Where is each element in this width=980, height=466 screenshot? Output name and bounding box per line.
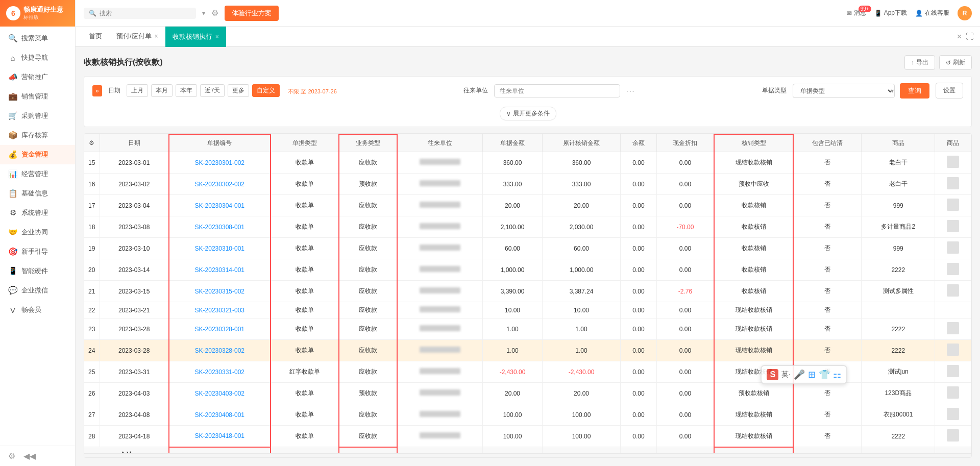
footer-cumulative xyxy=(542,447,620,454)
guide-icon: 🎯 xyxy=(8,247,17,256)
sidebar-item-enterprise-coop[interactable]: 🤝 企业协同 xyxy=(0,223,75,242)
export-label: 导出 xyxy=(916,58,928,67)
purchase-icon: 🛒 xyxy=(8,111,17,120)
order-type-select[interactable]: 单据类型 xyxy=(793,84,895,98)
page-title: 收款核销执行(按收款) xyxy=(84,57,163,68)
table-row: 232023-03-28SK-20230328-001收款单应收款1.001.0… xyxy=(84,318,971,340)
sidebar-item-member[interactable]: V 畅会员 xyxy=(0,300,75,320)
sidebar-settings-icon[interactable]: ⚙ xyxy=(8,451,15,461)
topbar-gear-icon[interactable]: ⚙ xyxy=(211,8,218,18)
user-avatar[interactable]: R xyxy=(958,6,972,20)
sidebar-item-inventory[interactable]: 📦 库存核算 xyxy=(0,126,75,145)
sidebar-item-purchase[interactable]: 🛒 采购管理 xyxy=(0,106,75,126)
last-month-btn[interactable]: 上月 xyxy=(127,84,148,97)
home-icon: ⌂ xyxy=(8,53,17,62)
footer-include-cleared xyxy=(793,447,862,454)
table-row: 282023-04-18SK-20230418-001收款单应收款100.001… xyxy=(84,426,971,447)
sidebar-collapse-icon[interactable]: ◀◀ xyxy=(23,451,36,461)
main-area: 🔍 ▾ ⚙ 体验行业方案 ✉ 消息 99+ 📱 App下载 👤 在线客服 R xyxy=(76,0,980,466)
sidebar-item-quick-nav[interactable]: ⌂ 快捷导航 xyxy=(0,48,75,67)
search-input[interactable] xyxy=(100,10,171,17)
table-row: 212023-03-15SK-20230315-002收款单应收款3,390.0… xyxy=(84,281,971,302)
tab-receipt-verify[interactable]: 收款核销执行 × xyxy=(165,27,226,47)
data-table-container: ⚙ 日期 单据编号 单据类型 业务类型 往来单位 单据金额 累计核销金额 余额 … xyxy=(84,133,972,458)
table-row: 252023-03-31SK-20230331-002红字收款单应收款-2,43… xyxy=(84,361,971,383)
search-chevron-icon[interactable]: ▾ xyxy=(202,10,205,17)
expand-conditions-button[interactable]: ∨ 展开更多条件 xyxy=(500,107,556,120)
operations-icon: 📊 xyxy=(8,169,17,179)
tab-home[interactable]: 首页 xyxy=(82,27,109,47)
app-download-button[interactable]: 📱 App下载 xyxy=(874,9,907,17)
footer-product2 xyxy=(935,447,971,454)
setting-button[interactable]: 设置 xyxy=(936,83,963,99)
custom-btn[interactable]: 自定义 xyxy=(252,84,280,97)
sidebar-item-label: 企业协同 xyxy=(21,228,48,237)
sidebar-item-marketing[interactable]: 📣 营销推广 xyxy=(0,67,75,87)
sidebar-item-system[interactable]: ⚙ 系统管理 xyxy=(0,203,75,223)
footer-label: 合计 xyxy=(84,447,169,454)
app-label: App下载 xyxy=(884,9,907,17)
sidebar-item-guide[interactable]: 🎯 新手引导 xyxy=(0,242,75,261)
td-product-thumbnail xyxy=(935,302,971,318)
message-badge: 99+ xyxy=(859,6,871,12)
partner-filter-label: 往来单位 xyxy=(463,86,488,95)
more-btn[interactable]: 更多 xyxy=(228,84,249,97)
th-settings[interactable]: ⚙ xyxy=(84,134,100,152)
sidebar-item-capital[interactable]: 💰 资金管理 xyxy=(0,145,75,164)
partner-input[interactable] xyxy=(494,84,620,97)
sidebar-item-search-menu[interactable]: 🔍 搜索菜单 xyxy=(0,29,75,48)
tab-receipt-close-icon[interactable]: × xyxy=(215,27,219,47)
query-button[interactable]: 查询 xyxy=(900,83,929,99)
tabs-fullscreen-button[interactable]: ⛶ xyxy=(966,32,974,41)
tab-home-label: 首页 xyxy=(89,26,102,46)
partner-dots: ··· xyxy=(626,87,635,95)
this-month-btn[interactable]: 本月 xyxy=(151,84,173,97)
tabs-close-button[interactable]: × xyxy=(957,32,962,41)
global-search[interactable]: 🔍 xyxy=(84,8,196,19)
sales-icon: 💼 xyxy=(8,92,17,101)
sidebar-item-label: 采购管理 xyxy=(21,111,48,120)
sidebar-item-sales[interactable]: 💼 销售管理 xyxy=(0,87,75,106)
td-product-thumbnail xyxy=(935,383,971,404)
export-button[interactable]: ↑ 导出 xyxy=(904,55,935,70)
last7days-btn[interactable]: 近7天 xyxy=(200,84,225,97)
th-cumulative-verify: 累计核销金额 xyxy=(542,134,620,152)
tab-prepay-close-icon[interactable]: × xyxy=(155,26,158,46)
messages-button[interactable]: ✉ 消息 99+ xyxy=(847,9,866,17)
table-wrapper[interactable]: ⚙ 日期 单据编号 单据类型 业务类型 往来单位 单据金额 累计核销金额 余额 … xyxy=(84,134,971,453)
solution-button[interactable]: 体验行业方案 xyxy=(225,6,279,21)
sidebar-item-label: 搜索菜单 xyxy=(21,34,48,43)
horizontal-scrollbar[interactable] xyxy=(84,453,971,457)
sidebar-item-operations[interactable]: 📊 经营管理 xyxy=(0,164,75,184)
sidebar-item-hardware[interactable]: 📱 智能硬件 xyxy=(0,261,75,281)
footer-cash-discount xyxy=(656,447,714,454)
logo-subtitle: 标推版 xyxy=(23,14,63,21)
sidebar-nav: 🔍 搜索菜单 ⌂ 快捷导航 📣 营销推广 💼 销售管理 🛒 采购管理 📦 库存核… xyxy=(0,27,75,446)
sidebar-item-enterprise-wx[interactable]: 💬 企业微信 xyxy=(0,281,75,300)
td-product-thumbnail xyxy=(935,404,971,426)
service-label: 在线客服 xyxy=(925,9,949,17)
table-header-row: ⚙ 日期 单据编号 单据类型 业务类型 往来单位 单据金额 累计核销金额 余额 … xyxy=(84,134,971,152)
td-partner xyxy=(397,238,483,259)
tab-prepay-orders[interactable]: 预付/应付单 × xyxy=(109,27,165,47)
th-verify-type: 核销类型 xyxy=(714,134,793,152)
table-row: 182023-03-08SK-20230308-001收款单应收款2,100.0… xyxy=(84,216,971,238)
footer-verify-type xyxy=(714,447,793,454)
sidebar-item-basic-info[interactable]: 📋 基础信息 xyxy=(0,184,75,203)
td-product-thumbnail xyxy=(935,281,971,302)
logo-title: 畅康通好生意 xyxy=(23,6,63,14)
page-content: 收款核销执行(按收款) ↑ 导出 ↺ 刷新 » 日期 上月 xyxy=(76,47,980,466)
sidebar-item-label: 系统管理 xyxy=(21,208,48,217)
td-product: 2222 xyxy=(862,340,935,361)
this-year-btn[interactable]: 本年 xyxy=(176,84,197,97)
filter-expand-arrow[interactable]: » xyxy=(92,85,102,96)
td-partner xyxy=(397,340,483,361)
sidebar-item-label: 经营管理 xyxy=(21,169,48,179)
enterprise-wx-icon: 💬 xyxy=(8,286,17,295)
online-service-button[interactable]: 👤 在线客服 xyxy=(915,9,949,17)
tabs-right: × ⛶ xyxy=(957,32,974,41)
hardware-icon: 📱 xyxy=(8,266,17,276)
refresh-button[interactable]: ↺ 刷新 xyxy=(939,55,972,70)
sidebar-bottom: ⚙ ◀◀ xyxy=(0,446,75,466)
td-partner xyxy=(397,361,483,383)
